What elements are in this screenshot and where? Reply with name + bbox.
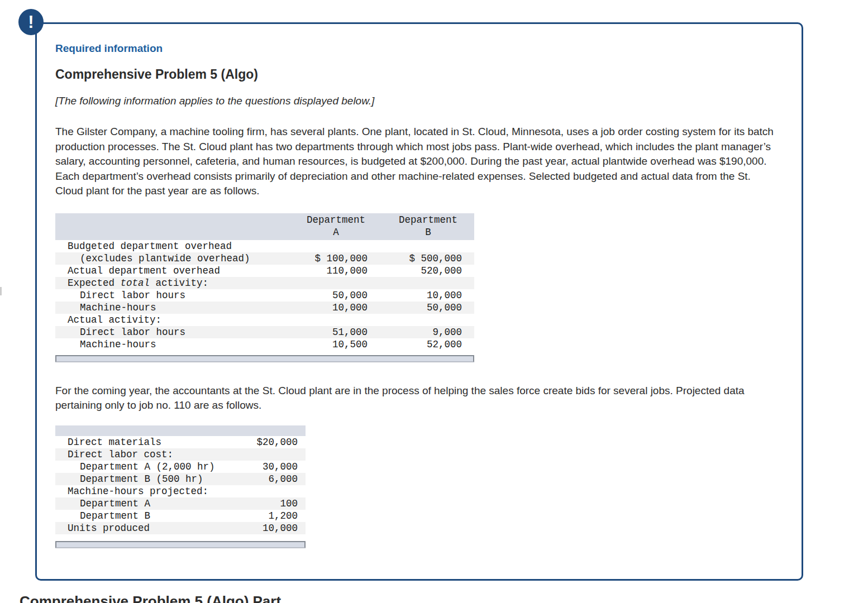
table-row: Direct labor hours50,00010,000 xyxy=(55,289,474,302)
row-label: Machine-hours xyxy=(55,338,290,351)
row-label: Direct labor cost: xyxy=(55,448,223,461)
table-row: Department A (2,000 hr)30,000 xyxy=(55,461,306,473)
row-value: 9,000 xyxy=(382,326,474,338)
table-row: Expected total activity: xyxy=(55,277,474,289)
row-value: $ 100,000 xyxy=(290,252,382,265)
table-row: Budgeted department overhead xyxy=(55,240,474,252)
row-label: Direct labor hours xyxy=(55,289,290,302)
job-table-header-row xyxy=(55,425,306,436)
row-label: Direct materials xyxy=(55,436,223,448)
table-row: Actual activity: xyxy=(55,314,474,326)
row-value: 10,500 xyxy=(290,338,382,351)
row-label: Actual department overhead xyxy=(55,265,290,277)
table-row: Units produced10,000 xyxy=(55,522,306,534)
department-a-header: Department A xyxy=(290,213,382,240)
row-label: Department A xyxy=(55,497,223,510)
row-label: Department B (500 hr) xyxy=(55,473,223,485)
department-a-header-line1: Department xyxy=(290,214,382,226)
row-value: $20,000 xyxy=(223,436,306,448)
table-row: Direct labor cost: xyxy=(55,448,306,461)
intro-paragraph: The Gilster Company, a machine tooling f… xyxy=(55,125,776,199)
job-110-table: Direct materials$20,000Direct labor cost… xyxy=(55,425,306,534)
table-row: Department B (500 hr)6,000 xyxy=(55,473,306,485)
job-paragraph: For the coming year, the accountants at … xyxy=(55,384,776,413)
row-value: 110,000 xyxy=(290,265,382,277)
row-value: 1,200 xyxy=(223,510,306,522)
row-label: Actual activity: xyxy=(55,314,290,326)
row-value: 100 xyxy=(223,497,306,510)
department-table-horizontal-scrollbar[interactable] xyxy=(55,355,474,362)
row-value: 50,000 xyxy=(382,302,474,314)
department-b-header: Department B xyxy=(382,213,474,240)
row-value: 51,000 xyxy=(290,326,382,338)
row-value: $ 500,000 xyxy=(382,252,474,265)
row-label: Budgeted department overhead xyxy=(55,240,290,252)
row-value: 6,000 xyxy=(223,473,306,485)
department-b-header-line1: Department xyxy=(382,214,474,226)
department-a-header-line2: A xyxy=(290,226,382,238)
department-data-table-container: Department A Department B Budgeted depar… xyxy=(55,213,786,362)
empty-header-bar xyxy=(55,425,306,436)
row-label: Direct labor hours xyxy=(55,326,290,338)
row-value: 10,000 xyxy=(223,522,306,534)
row-value xyxy=(223,448,306,461)
row-value: 50,000 xyxy=(290,289,382,302)
row-value: 10,000 xyxy=(382,289,474,302)
row-value xyxy=(382,240,474,252)
next-section-title-partial: Comprehensive Problem 5 (Algo) Part xyxy=(20,593,281,603)
row-label: Machine-hours projected: xyxy=(55,485,223,497)
table-row: Department A100 xyxy=(55,497,306,510)
row-value: 520,000 xyxy=(382,265,474,277)
alert-exclamation-icon: ! xyxy=(18,9,44,35)
left-edge-mark xyxy=(0,287,2,295)
department-b-header-line2: B xyxy=(382,226,474,238)
problem-title: Comprehensive Problem 5 (Algo) xyxy=(55,67,786,82)
row-value: 30,000 xyxy=(223,461,306,473)
row-label: Units produced xyxy=(55,522,223,534)
row-label: (excludes plantwide overhead) xyxy=(55,252,290,265)
table-row: Machine-hours projected: xyxy=(55,485,306,497)
table-row: Direct materials$20,000 xyxy=(55,436,306,448)
job-table-horizontal-scrollbar[interactable] xyxy=(55,541,306,548)
row-value: 10,000 xyxy=(290,302,382,314)
row-value xyxy=(290,314,382,326)
applies-note: [The following information applies to th… xyxy=(55,95,786,107)
row-value xyxy=(223,485,306,497)
empty-header-cell xyxy=(55,213,290,240)
row-value xyxy=(382,314,474,326)
row-value: 52,000 xyxy=(382,338,474,351)
job-110-table-container: Direct materials$20,000Direct labor cost… xyxy=(55,425,786,548)
table-row: Actual department overhead110,000520,000 xyxy=(55,265,474,277)
required-information-panel: Required information Comprehensive Probl… xyxy=(35,22,803,581)
row-value xyxy=(382,277,474,289)
row-label: Machine-hours xyxy=(55,302,290,314)
department-table-header-row: Department A Department B xyxy=(55,213,474,240)
department-data-table: Department A Department B Budgeted depar… xyxy=(55,213,474,351)
table-row: Machine-hours10,00050,000 xyxy=(55,302,474,314)
row-value xyxy=(290,277,382,289)
table-row: Machine-hours10,50052,000 xyxy=(55,338,474,351)
table-row: Department B1,200 xyxy=(55,510,306,522)
row-label: Expected total activity: xyxy=(55,277,290,289)
table-row: Direct labor hours51,0009,000 xyxy=(55,326,474,338)
row-label: Department A (2,000 hr) xyxy=(55,461,223,473)
row-value xyxy=(290,240,382,252)
table-row: (excludes plantwide overhead)$ 100,000$ … xyxy=(55,252,474,265)
required-information-label: Required information xyxy=(55,42,786,55)
row-label: Department B xyxy=(55,510,223,522)
exclamation-glyph: ! xyxy=(28,12,34,32)
